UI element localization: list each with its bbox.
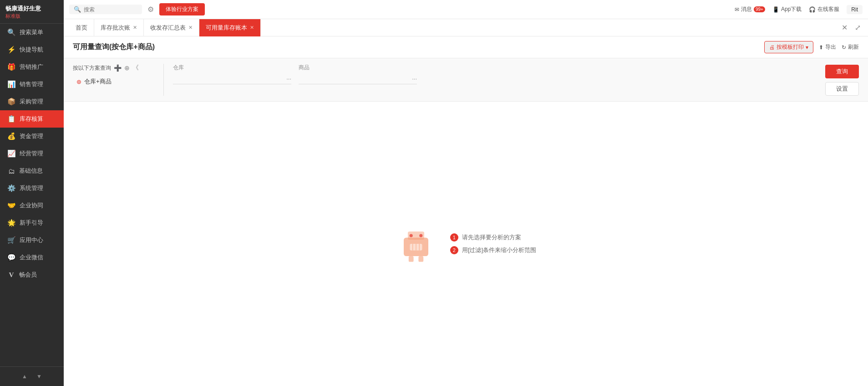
sidebar-item-label: 快捷导航 (20, 46, 43, 54)
finance-icon: 💰 (7, 132, 16, 140)
sidebar-item-finance[interactable]: 💰 资金管理 (0, 128, 64, 145)
scroll-up-icon[interactable]: ▲ (22, 373, 27, 380)
print-button[interactable]: 🖨 按模板打印 ▾ (764, 41, 813, 53)
topbar-right: ✉ 消息 99+ 📱 App下载 🎧 在线客服 Rit (735, 5, 863, 14)
sidebar-item-vip[interactable]: V 畅会员 (0, 266, 64, 283)
page-header: 可用量查询(按仓库+商品) 🖨 按模板打印 ▾ ⬆ 导出 ↻ 刷新 (64, 36, 868, 58)
sidebar-item-wechat[interactable]: 💬 企业微信 (0, 249, 64, 266)
sidebar-item-purchase[interactable]: 📦 采购管理 (0, 93, 64, 110)
export-button[interactable]: ⬆ 导出 (819, 43, 836, 51)
base-icon: 🗂 (7, 167, 15, 175)
service-icon: 🎧 (809, 6, 816, 13)
warehouse-field-input-box[interactable]: ··· (173, 73, 291, 84)
sidebar-item-sales[interactable]: 📊 销售管理 (0, 76, 64, 93)
user-info[interactable]: Rit (847, 5, 863, 14)
cooperation-icon: 🤝 (7, 201, 16, 210)
goods-input[interactable] (299, 75, 410, 82)
scheme-header-label: 按以下方案查询 (73, 64, 111, 72)
add-scheme-icon[interactable]: ➕ (114, 64, 122, 72)
sidebar-item-search[interactable]: 🔍 搜索菜单 (0, 24, 64, 41)
print-dropdown-icon[interactable]: ▾ (806, 44, 808, 51)
sidebar-item-label: 经营管理 (20, 149, 43, 158)
settings-scheme-icon[interactable]: ⊕ (124, 64, 130, 72)
export-icon: ⬆ (819, 44, 823, 51)
sidebar-item-label: 库存核算 (20, 115, 43, 123)
settings-button[interactable]: 设置 (825, 82, 859, 96)
sidebar-item-label: 应用中心 (20, 236, 43, 244)
sidebar-item-label: 企业协同 (20, 201, 43, 210)
sidebar-item-label: 畅会员 (19, 271, 37, 279)
wechat-icon: 💬 (7, 253, 16, 262)
sidebar-item-label: 销售管理 (20, 80, 43, 88)
refresh-icon: ↻ (842, 44, 846, 51)
tab-batch-ledger-label: 库存批次账 (101, 24, 130, 32)
sidebar-nav: 🔍 搜索菜单 ⚡ 快捷导航 🎁 营销推广 📊 销售管理 📦 采购管理 📋 库存核… (0, 24, 64, 366)
empty-tip-2: 2 用[过滤]条件来缩小分析范围 (450, 246, 536, 254)
sidebar-item-shortcut[interactable]: ⚡ 快捷导航 (0, 41, 64, 58)
tab-close-icon[interactable]: ✕ (188, 25, 193, 31)
refresh-button[interactable]: ↻ 刷新 (842, 43, 859, 51)
sidebar-item-guide[interactable]: 🌟 新手引导 (0, 214, 64, 232)
tab-recv-summary[interactable]: 收发存汇总表 ✕ (144, 19, 199, 36)
sidebar-item-label: 企业微信 (20, 253, 43, 262)
svg-rect-9 (418, 256, 423, 262)
printer-icon: 🖨 (769, 44, 775, 51)
system-icon: ⚙️ (7, 184, 16, 192)
refresh-label: 刷新 (848, 43, 859, 51)
sidebar-item-operation[interactable]: 📈 经营管理 (0, 145, 64, 162)
collapse-icon[interactable]: 《 (132, 64, 139, 72)
tab-expand-icon[interactable]: ⤢ (853, 22, 863, 33)
message-button[interactable]: ✉ 消息 99+ (735, 5, 765, 13)
tip-num-1: 1 (450, 233, 458, 242)
tip-num-2: 2 (450, 246, 458, 254)
logo-title: 畅康通好生意 (5, 5, 58, 13)
empty-state-inner: 1 请先选择要分析的方案 2 用[过滤]条件来缩小分析范围 (396, 223, 536, 264)
tabbar: 首页 库存批次账 ✕ 收发存汇总表 ✕ 可用量库存账本 ✕ ✕ ⤢ (64, 19, 868, 36)
goods-field-input-box[interactable]: ··· (299, 73, 417, 84)
user-name: Rit (851, 6, 858, 13)
sidebar-item-inventory[interactable]: 📋 库存核算 (0, 110, 64, 128)
box-icon: 📦 (7, 98, 16, 106)
tab-batch-ledger[interactable]: 库存批次账 ✕ (94, 19, 144, 36)
filter-field-goods: 商品 ··· (299, 64, 417, 84)
topbar-search-input[interactable] (84, 6, 137, 13)
sidebar-item-marketing[interactable]: 🎁 营销推广 (0, 58, 64, 76)
topbar-search-box[interactable]: 🔍 (69, 5, 142, 14)
svg-rect-8 (409, 256, 414, 262)
app-download-label: App下载 (781, 5, 802, 13)
tab-home[interactable]: 首页 (69, 19, 94, 36)
export-label: 导出 (825, 43, 836, 51)
topbar-search-icon: 🔍 (74, 6, 81, 13)
empty-illustration (396, 223, 437, 264)
lightning-icon: ⚡ (7, 46, 16, 54)
page-header-actions: 🖨 按模板打印 ▾ ⬆ 导出 ↻ 刷新 (764, 41, 859, 53)
sidebar-item-appstore[interactable]: 🛒 应用中心 (0, 232, 64, 249)
warehouse-input[interactable] (173, 75, 284, 82)
message-label: 消息 (741, 5, 752, 13)
online-service-button[interactable]: 🎧 在线客服 (809, 5, 839, 13)
sidebar-item-base[interactable]: 🗂 基础信息 (0, 162, 64, 180)
tab-close-icon[interactable]: ✕ (133, 25, 137, 31)
sidebar-item-label: 新手引导 (20, 219, 43, 227)
goods-more-icon[interactable]: ··· (412, 75, 417, 82)
tab-available-ledger-label: 可用量库存账本 (206, 24, 247, 32)
message-icon: ✉ (735, 6, 739, 13)
tab-close-all-icon[interactable]: ✕ (840, 22, 849, 33)
trial-button[interactable]: 体验行业方案 (159, 3, 205, 15)
app-download-button[interactable]: 📱 App下载 (772, 5, 802, 13)
scheme-item-warehouse-goods[interactable]: ⊛ 仓库+商品 (73, 76, 158, 87)
scroll-down-icon[interactable]: ▼ (36, 373, 42, 380)
sidebar-item-label: 资金管理 (20, 132, 43, 140)
guide-icon: 🌟 (7, 219, 16, 227)
topbar-settings-icon[interactable]: ⚙ (147, 5, 154, 14)
sidebar-item-label: 采购管理 (20, 98, 43, 106)
sidebar-item-system[interactable]: ⚙️ 系统管理 (0, 180, 64, 197)
tab-available-ledger[interactable]: 可用量库存账本 ✕ (199, 19, 261, 36)
tab-close-icon[interactable]: ✕ (250, 25, 254, 31)
warehouse-more-icon[interactable]: ··· (286, 75, 291, 82)
main-content: 🔍 ⚙ 体验行业方案 ✉ 消息 99+ 📱 App下载 🎧 在线客服 Rit (64, 0, 868, 386)
sidebar-item-cooperation[interactable]: 🤝 企业协同 (0, 197, 64, 214)
filter-field-warehouse: 仓库 ··· (173, 64, 291, 84)
query-button[interactable]: 查询 (825, 65, 859, 78)
message-badge: 99+ (754, 6, 765, 12)
